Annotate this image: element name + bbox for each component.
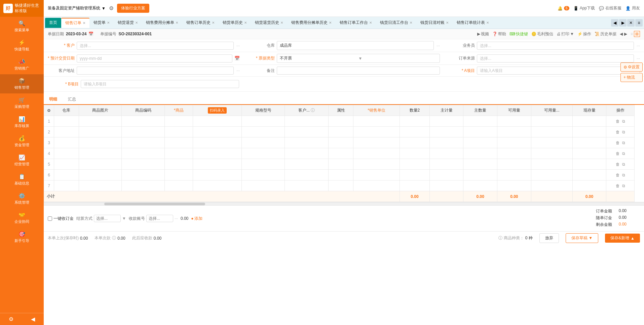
tab-close-stats[interactable]: ✕ — [486, 21, 489, 25]
warehouse-dots[interactable]: ··· — [437, 43, 440, 48]
print-btn[interactable]: 🖨 打印 ▼ — [557, 31, 574, 37]
cell-spec[interactable] — [242, 180, 285, 191]
col-scan[interactable]: 扫码录入 — [193, 105, 241, 116]
address-input[interactable] — [77, 67, 234, 75]
warehouse-select[interactable]: 成品库 — [277, 41, 434, 50]
list-view-icon[interactable]: ≡ — [631, 32, 633, 36]
cell-attr[interactable] — [329, 159, 353, 170]
next-record-icon[interactable]: ▶ — [624, 32, 627, 36]
delivery-calendar-icon[interactable]: 📅 — [234, 56, 240, 61]
tab-sales-bill-hist[interactable]: 销货单历史 ✕ — [219, 18, 251, 28]
row-copy-icon[interactable]: ⧉ — [622, 119, 625, 124]
cell-product[interactable] — [164, 180, 193, 191]
tab-next-btn[interactable]: ▶ — [619, 19, 627, 27]
settlement-input[interactable] — [94, 215, 121, 222]
cell-warehouse[interactable] — [54, 180, 79, 191]
cell-customer-code[interactable] — [285, 180, 328, 191]
cell-code[interactable] — [122, 148, 164, 159]
tab-close-daily[interactable]: ✕ — [410, 21, 412, 25]
tab-sales-return[interactable]: 销货退货 ✕ — [114, 18, 142, 28]
help-btn[interactable]: ❓ 帮助 — [492, 31, 506, 37]
history-btn[interactable]: 📜 历史单据 — [595, 31, 616, 37]
notification-btn[interactable]: 🔔 6 — [558, 6, 569, 11]
row-delete-icon[interactable]: 🗑 — [616, 173, 620, 177]
cell-warehouse[interactable] — [54, 148, 79, 159]
save-draft-btn[interactable]: 保存草稿 ▼ — [566, 233, 598, 243]
cell-main-qty[interactable] — [463, 159, 497, 170]
tab-workbench[interactable]: 销售订单工作台 ✕ — [336, 18, 376, 28]
account-input[interactable] — [146, 215, 173, 222]
sidebar-item-快捷导航[interactable]: ⚡快捷导航 — [0, 36, 44, 55]
staff-input[interactable] — [477, 42, 634, 50]
cell-code[interactable] — [122, 137, 164, 148]
cell-product[interactable] — [164, 116, 193, 127]
tab-sales-order-hist[interactable]: 销售订单历史 ✕ — [182, 18, 219, 28]
tab-summary[interactable]: 汇总 — [63, 94, 81, 104]
cell-main-qty[interactable] — [463, 127, 497, 137]
row-delete-icon[interactable]: 🗑 — [616, 184, 620, 188]
save-new-btn[interactable]: 保存&新增 ▲ — [605, 234, 640, 243]
row-copy-icon[interactable]: ⧉ — [622, 184, 625, 188]
cell-unit[interactable] — [353, 170, 400, 180]
date-calendar-icon[interactable]: 📅 — [88, 32, 93, 36]
tab-detail[interactable]: 明细 — [44, 94, 63, 105]
cell-warehouse[interactable] — [54, 159, 79, 170]
cell-customer-code[interactable] — [285, 116, 328, 127]
cell-attr[interactable] — [329, 148, 353, 159]
tab-close-all-btn[interactable]: ✕ — [627, 19, 635, 27]
cell-spec[interactable] — [242, 127, 285, 137]
cell-unit[interactable] — [353, 116, 400, 127]
order-source-input[interactable] — [477, 54, 634, 63]
profit-btn[interactable]: 🪙 毛利预估 — [531, 31, 553, 37]
view-btn[interactable]: ▶ 视频 — [477, 31, 489, 37]
cell-code[interactable] — [122, 170, 164, 180]
tab-close-fee-hist[interactable]: ✕ — [329, 21, 332, 25]
app-download-btn[interactable]: 📱 App下载 — [573, 5, 595, 11]
cell-main-qty[interactable] — [463, 148, 497, 159]
tab-sales-order[interactable]: 销售订单 ✕ — [61, 18, 89, 28]
tab-home[interactable]: 首页 — [45, 18, 61, 28]
staff-dots[interactable]: ··· — [637, 43, 640, 48]
cell-attr[interactable] — [329, 180, 353, 191]
cell-code[interactable] — [122, 116, 164, 127]
row-delete-icon[interactable]: 🗑 — [616, 162, 620, 167]
sidebar-item-经营管理[interactable]: 📈经营管理 — [0, 151, 44, 170]
user-btn[interactable]: 👤 用友 — [626, 5, 640, 11]
cell-product[interactable] — [164, 159, 193, 170]
online-service-btn[interactable]: 💬 在线客服 — [599, 5, 621, 11]
sidebar-item-采购管理[interactable]: 🛒采购管理 — [0, 93, 44, 113]
b-project-input[interactable] — [81, 80, 239, 88]
add-btn[interactable]: ● 添加 — [191, 216, 202, 221]
sidebar-settings-icon[interactable]: ⚙ — [9, 316, 13, 322]
cell-attr[interactable] — [329, 137, 353, 148]
row-copy-icon[interactable]: ⧉ — [622, 130, 625, 134]
grid-view-icon[interactable]: ⊞ — [634, 31, 640, 37]
cell-main-qty[interactable] — [463, 170, 497, 180]
tab-close-bill-hist[interactable]: ✕ — [244, 21, 247, 25]
cell-qty2[interactable] — [400, 148, 430, 159]
tab-close-sales-order[interactable]: ✕ — [83, 21, 85, 25]
customer-dots[interactable]: ··· — [236, 43, 240, 48]
cell-warehouse[interactable] — [54, 116, 79, 127]
cell-qty2[interactable] — [400, 180, 430, 191]
cell-main-qty[interactable] — [463, 137, 497, 148]
cell-main-qty[interactable] — [463, 116, 497, 127]
cell-main-qty[interactable] — [463, 180, 497, 191]
tab-daily-clear[interactable]: 钱货日清工作台 ✕ — [376, 18, 416, 28]
a-project-input[interactable] — [477, 67, 640, 75]
cell-spec[interactable] — [242, 116, 285, 127]
shortcut-btn[interactable]: ⌨ 快捷键 — [509, 31, 528, 37]
discard-btn[interactable]: 放弃 — [539, 233, 559, 243]
sidebar-item-基础信息[interactable]: 📋基础信息 — [0, 170, 44, 189]
tab-close-sales-bill[interactable]: ✕ — [107, 21, 110, 25]
customer-input[interactable] — [77, 42, 234, 50]
sidebar-item-销售管理[interactable]: 📦销售管理 — [0, 74, 44, 93]
cell-qty2[interactable] — [400, 159, 430, 170]
cell-code[interactable] — [122, 127, 164, 137]
sidebar-item-新手引导[interactable]: 🎯新手引导 — [0, 228, 44, 247]
cell-customer-code[interactable] — [285, 170, 328, 180]
cell-attr[interactable] — [329, 127, 353, 137]
sidebar-item-系统管理[interactable]: ⚙️系统管理 — [0, 189, 44, 208]
tab-close-return-hist[interactable]: ✕ — [280, 21, 283, 25]
scan-button[interactable]: 扫码录入 — [208, 107, 227, 114]
